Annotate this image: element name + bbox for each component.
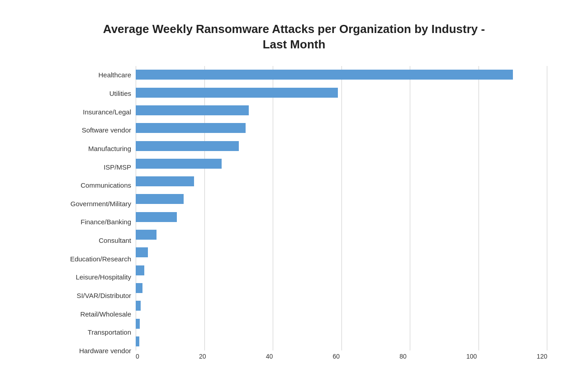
bar-row xyxy=(136,156,547,171)
y-label: Insurance/Legal xyxy=(83,104,131,120)
x-tick-label: 120 xyxy=(537,353,547,360)
grid-and-bars xyxy=(136,66,547,350)
bar-row xyxy=(136,227,547,242)
y-label: Government/Military xyxy=(71,195,131,212)
y-label: Leisure/Hospitality xyxy=(76,269,131,285)
bar xyxy=(136,194,184,204)
y-label: Consultant xyxy=(99,232,131,249)
bar xyxy=(136,123,246,133)
y-label: Retail/Wholesale xyxy=(80,306,131,322)
bar xyxy=(136,159,222,169)
x-tick-label: 0 xyxy=(136,353,139,360)
bar xyxy=(136,230,156,240)
chart-container: Average Weekly Ransomware Attacks per Or… xyxy=(23,8,565,361)
x-tick-label: 60 xyxy=(333,353,340,360)
y-label: Finance/Banking xyxy=(81,214,131,230)
bar xyxy=(136,141,239,151)
bar-row xyxy=(136,298,547,313)
y-label: ISP/MSP xyxy=(104,159,131,175)
bar xyxy=(136,176,194,186)
y-label: Software vendor xyxy=(82,122,131,138)
bar-row xyxy=(136,334,547,349)
chart-area: HealthcareUtilitiesInsurance/LegalSoftwa… xyxy=(41,66,547,360)
bar xyxy=(136,70,513,80)
bar xyxy=(136,88,338,98)
x-tick-label: 40 xyxy=(266,353,273,360)
bar-row xyxy=(136,263,547,278)
bars-wrapper xyxy=(136,66,547,350)
y-axis-labels: HealthcareUtilitiesInsurance/LegalSoftwa… xyxy=(41,66,136,360)
x-axis: 020406080100120 xyxy=(136,353,547,360)
bar-row xyxy=(136,174,547,189)
y-label: Utilities xyxy=(109,85,131,102)
bar xyxy=(136,283,142,293)
bar xyxy=(136,265,144,275)
y-label: Hardware vendor xyxy=(79,342,131,359)
bar xyxy=(136,105,249,115)
bar xyxy=(136,301,141,311)
y-label: SI/VAR/Distributor xyxy=(76,287,131,303)
y-label: Healthcare xyxy=(98,67,131,83)
bar-row xyxy=(136,67,547,82)
bar-row xyxy=(136,103,547,118)
bar-row xyxy=(136,192,547,206)
y-label: Education/Research xyxy=(70,251,131,267)
x-tick-label: 100 xyxy=(466,353,477,360)
bar-row xyxy=(136,139,547,153)
bar xyxy=(136,212,177,222)
bar xyxy=(136,319,140,329)
bar-row xyxy=(136,121,547,135)
y-label: Manufacturing xyxy=(88,140,131,156)
bar xyxy=(136,247,148,257)
x-tick-label: 80 xyxy=(399,353,407,360)
bars-and-grid: 020406080100120 xyxy=(136,66,547,360)
bar-row xyxy=(136,210,547,224)
x-tick-label: 20 xyxy=(199,353,206,360)
y-label: Transportation xyxy=(88,324,131,341)
bar-row xyxy=(136,85,547,100)
bar-row xyxy=(136,281,547,295)
bar xyxy=(136,336,139,346)
bar-row xyxy=(136,317,547,331)
chart-title: Average Weekly Ransomware Attacks per Or… xyxy=(41,22,547,52)
y-label: Communications xyxy=(81,177,131,194)
bar-row xyxy=(136,245,547,260)
